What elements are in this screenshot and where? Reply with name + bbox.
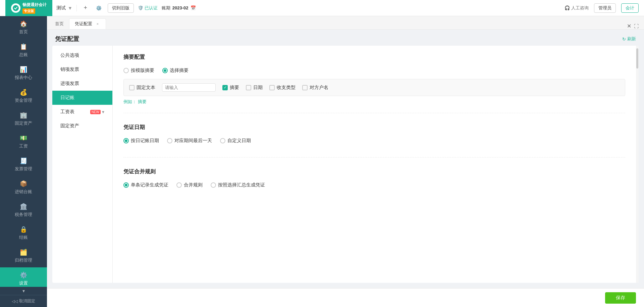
- radio-template-summary[interactable]: 按模版摘要: [123, 68, 154, 74]
- sidebar-label-archive: 归档管理: [15, 257, 32, 263]
- accountant-button[interactable]: 会计: [621, 3, 639, 13]
- sidebar-scroll-down[interactable]: ▾: [0, 287, 47, 295]
- arrow-down-icon: ▾: [102, 109, 104, 115]
- sidebar-item-funds[interactable]: 💰 资金管理: [0, 85, 47, 107]
- sidebar-item-tax[interactable]: 🏛️ 税务管理: [0, 199, 47, 222]
- cancel-fixed-button[interactable]: ◁◁ 取消固定: [0, 295, 47, 307]
- tab-home[interactable]: 首页: [50, 18, 69, 29]
- sidebar-label-reports: 报表中心: [15, 75, 32, 81]
- topbar: 畅捷通好会计 专业版 测试 ▼ + ⚙️ 切到旧版 🛡️ 已认证 账期 2023…: [0, 0, 644, 16]
- checkbox-date[interactable]: 日期: [246, 85, 263, 91]
- settings-icon[interactable]: ⚙️: [94, 3, 104, 13]
- radio-journal-date[interactable]: 按日记账日期: [123, 138, 159, 144]
- new-badge: NEW: [90, 110, 101, 114]
- checkbox-income-type[interactable]: 收支类型: [269, 85, 296, 91]
- sidebar-label-settings: 设置: [19, 280, 28, 286]
- reports-icon: 📊: [20, 66, 27, 73]
- page-header: 凭证配置 ↻ 刷新: [47, 30, 644, 46]
- certified-badge: 🛡️ 已认证: [138, 5, 158, 11]
- refresh-button[interactable]: ↻ 刷新: [622, 36, 636, 42]
- calendar-icon[interactable]: 📅: [191, 5, 196, 10]
- radio-single-record[interactable]: 单条记录生成凭证: [123, 182, 168, 188]
- tax-icon: 🏛️: [20, 203, 27, 210]
- left-nav-journal[interactable]: 日记账: [52, 91, 112, 105]
- radio-last-day[interactable]: 对应期间最后一天: [167, 138, 212, 144]
- checkbox-box-date: [246, 85, 251, 90]
- sidebar-item-assets[interactable]: 🏢 固定资产: [0, 107, 47, 130]
- left-nav-fixed-assets[interactable]: 固定资产: [52, 119, 112, 133]
- archive-icon: 🗂️: [20, 249, 27, 256]
- sidebar-label-payroll: 工资: [19, 143, 28, 149]
- date-radio-group: 按日记账日期 对应期间最后一天 自定义日期: [123, 138, 625, 144]
- tab-close-button[interactable]: ×: [95, 21, 100, 27]
- right-scrollbar[interactable]: [636, 46, 639, 283]
- sidebar-item-close[interactable]: 🔒 结账: [0, 222, 47, 245]
- checkbox-box-summary: ✓: [222, 85, 228, 90]
- left-nav: 公共选项 销项发票 进项发票 日记账 工资表: [52, 46, 113, 283]
- sidebar-label-assets: 固定资产: [15, 120, 32, 126]
- ledger-icon: 📋: [20, 43, 27, 50]
- sidebar-label-funds: 资金管理: [15, 97, 32, 103]
- radio-circle-journal: [123, 138, 129, 143]
- sidebar-item-invoice[interactable]: 🧾 发票管理: [0, 153, 47, 176]
- sidebar-item-home[interactable]: 🏠 首页: [0, 16, 47, 39]
- period-info: 账期 2023-02 📅: [162, 5, 196, 11]
- purchase-icon: 📦: [20, 180, 27, 187]
- tab-actions: ✕ ⛶: [627, 23, 641, 29]
- inner-layout: 公共选项 销项发票 进项发票 日记账 工资表: [52, 46, 639, 283]
- svg-point-0: [13, 5, 19, 11]
- radio-merge-rules[interactable]: 合并规则: [176, 182, 203, 188]
- topbar-right: 🎧 人工咨询 管理员 会计: [565, 3, 639, 13]
- radio-circle-merge: [176, 182, 182, 188]
- add-button[interactable]: +: [81, 3, 90, 13]
- tab-expand-icon[interactable]: ⛶: [634, 24, 639, 29]
- sidebar-item-archive[interactable]: 🗂️ 归档管理: [0, 245, 47, 267]
- invoice-icon: 🧾: [20, 157, 27, 165]
- tab-close-icon[interactable]: ✕: [627, 23, 631, 29]
- divider1: [76, 5, 77, 11]
- sidebar-item-payroll[interactable]: 💵 工资: [0, 130, 47, 153]
- sidebar-item-reports[interactable]: 📊 报表中心: [0, 62, 47, 85]
- sidebar-label-tax: 税务管理: [15, 212, 32, 218]
- left-nav-salary[interactable]: 工资表 NEW ▾: [52, 105, 112, 119]
- logo-line1: 畅捷通好会计: [22, 2, 47, 8]
- sidebar-label-close: 结账: [19, 234, 28, 240]
- sidebar-label-home: 首页: [19, 29, 28, 35]
- radio-select-summary[interactable]: 选择摘要: [162, 68, 189, 74]
- consult-button[interactable]: 🎧 人工咨询: [565, 5, 589, 11]
- sidebar-item-purchase[interactable]: 📦 进销台账: [0, 176, 47, 199]
- checkbox-counterpart[interactable]: 对方户名: [302, 85, 328, 91]
- radio-circle-single: [123, 182, 129, 188]
- checkbox-box-income: [269, 85, 275, 90]
- merge-radio-group: 单条记录生成凭证 合并规则 按照选择汇总生成凭证: [123, 182, 625, 188]
- tabs-bar: 首页 凭证配置 × ✕ ⛶: [47, 16, 644, 30]
- checkbox-summary[interactable]: ✓ 摘要: [222, 85, 239, 91]
- sidebar-scroll: 🏠 首页 📋 总账 📊 报表中心 💰 资金管理 🏢 固定资产 💵 工资: [0, 16, 47, 287]
- left-nav-sales[interactable]: 销项发票: [52, 62, 112, 77]
- checkbox-fixed-text[interactable]: 固定文本: [129, 85, 155, 91]
- sidebar-item-ledger[interactable]: 📋 总账: [0, 39, 47, 62]
- tab-voucher-config[interactable]: 凭证配置 ×: [69, 18, 106, 29]
- example-text: 例如： 摘要: [123, 99, 625, 105]
- summary-section: 摘要配置 按模版摘要 选择摘要: [123, 54, 625, 113]
- right-content: 摘要配置 按模版摘要 选择摘要: [113, 46, 636, 283]
- fixed-text-input[interactable]: [162, 83, 216, 92]
- summary-checkbox-row: 固定文本 ✓ 摘要 日期: [123, 79, 625, 96]
- radio-custom-date[interactable]: 自定义日期: [220, 138, 251, 144]
- left-nav-public[interactable]: 公共选项: [52, 48, 112, 62]
- radio-aggregate[interactable]: 按照选择汇总生成凭证: [211, 182, 265, 188]
- radio-circle-select: [162, 68, 168, 73]
- switch-version-button[interactable]: 切到旧版: [108, 3, 134, 13]
- save-button[interactable]: 保存: [605, 292, 636, 304]
- project-name: 测试: [56, 5, 66, 11]
- admin-button[interactable]: 管理员: [594, 3, 616, 13]
- dropdown-icon: ▼: [68, 5, 72, 11]
- sidebar-item-settings[interactable]: ⚙️ 设置: [0, 267, 47, 287]
- checkbox-box-counterpart: [302, 85, 308, 90]
- radio-circle-last-day: [167, 138, 172, 143]
- project-selector[interactable]: 测试 ▼: [56, 5, 72, 11]
- logo: 畅捷通好会计 专业版: [5, 0, 52, 16]
- refresh-icon: ↻: [622, 37, 626, 42]
- left-nav-purchase-inv[interactable]: 进项发票: [52, 77, 112, 91]
- merge-title: 凭证合并规则: [123, 168, 625, 175]
